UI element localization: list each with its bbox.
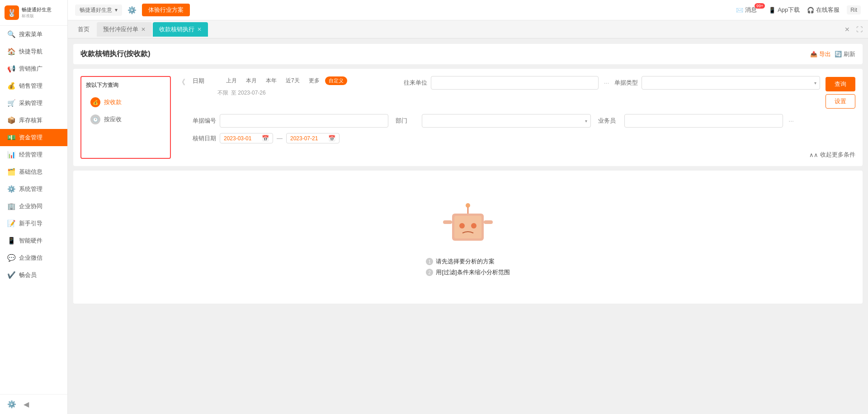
app-download-button[interactable]: 📱 App下载 (769, 6, 800, 14)
dept-select-wrapper: ▾ (422, 114, 591, 128)
calendar-start-icon[interactable]: 📅 (262, 135, 269, 142)
filter-collapse-btn[interactable]: 《 (176, 76, 187, 89)
sidebar-item-marketing[interactable]: 📢 营销推广 (0, 60, 67, 77)
header-brand: 畅捷通好生意 ▾ (75, 5, 122, 16)
tab-close-all-btn[interactable]: ✕ (843, 24, 852, 35)
operation-icon: 📊 (7, 151, 15, 159)
sidebar-item-wechat[interactable]: 💬 企业微信 (0, 249, 67, 266)
content-card: 1 请先选择要分析的方案 2 用[过滤]条件来缩小分析范围 (73, 171, 863, 304)
sidebar-item-operation[interactable]: 📊 经营管理 (0, 146, 67, 163)
sidebar-item-search[interactable]: 🔍 搜索菜单 (0, 26, 67, 43)
date-btn-last-month[interactable]: 上月 (222, 76, 241, 86)
hint-num-1: 1 (426, 258, 433, 265)
date-range-dash: — (277, 135, 283, 142)
writeoff-date-start-input[interactable] (224, 135, 260, 142)
filter-option-by-receivable[interactable]: 🕐 按应收 (86, 111, 165, 128)
doctype-label: 单据类型 (614, 79, 638, 87)
sidebar-item-basic[interactable]: 🗂️ 基础信息 (0, 163, 67, 181)
date-custom-btn[interactable]: 自定义 (325, 76, 347, 85)
filter-row-date: 日期 上月 本月 本年 近7天 更多 自定义 (193, 76, 398, 86)
hint-text-2: 用[过滤]条件来缩小分析范围 (436, 268, 509, 276)
tab-close-receivable[interactable]: ✕ (197, 26, 202, 33)
svg-rect-7 (484, 220, 493, 224)
filter-field-writeoff: 核销日期 📅 — 📅 (193, 133, 855, 143)
sidebar-item-sales[interactable]: 💰 销售管理 (0, 77, 67, 95)
sidebar-settings-btn[interactable]: ⚙️ (7, 400, 16, 409)
filter-option-by-receipt[interactable]: 💰 按收款 (86, 94, 165, 111)
tab-prepay[interactable]: 预付冲应付单 ✕ (97, 22, 152, 37)
sidebar-menu: 🔍 搜索菜单 🏠 快捷导航 📢 营销推广 💰 销售管理 🛒 采购管理 📦 库存核… (0, 26, 67, 394)
purchase-icon: 🛒 (7, 99, 15, 107)
sidebar-item-system[interactable]: ⚙️ 系统管理 (0, 181, 67, 198)
tab-bar: 首页 预付冲应付单 ✕ 收款核销执行 ✕ ✕ ⛶ (68, 20, 868, 38)
empty-hint-2: 2 用[过滤]条件来缩小分析范围 (426, 268, 509, 276)
date-to-label: 至 2023-07-26 (231, 89, 266, 97)
filter-right-area: 日期 上月 本月 本年 近7天 更多 自定义 不限 (193, 76, 855, 159)
system-icon: ⚙️ (7, 185, 15, 193)
svg-point-5 (466, 203, 470, 208)
empty-hints: 1 请先选择要分析的方案 2 用[过滤]条件来缩小分析范围 (426, 257, 509, 276)
sidebar-item-purchase[interactable]: 🛒 采购管理 (0, 95, 67, 112)
salesperson-dots-btn[interactable]: ··· (788, 117, 794, 124)
writeoff-date-start-wrap[interactable]: 📅 (220, 133, 273, 143)
export-button[interactable]: 📤 导出 (810, 50, 831, 58)
header-gear-icon[interactable]: ⚙️ (127, 6, 137, 14)
sidebar-item-finance[interactable]: 💵 资金管理 (0, 129, 67, 146)
collapse-more-btn[interactable]: ∧∧ 收起更多条件 (809, 151, 855, 159)
date-btn-more[interactable]: 更多 (305, 76, 323, 86)
doctype-select[interactable] (642, 76, 820, 90)
writeoff-date-end-wrap[interactable]: 📅 (286, 133, 340, 143)
sidebar-item-member[interactable]: ✔️ 畅会员 (0, 266, 67, 284)
date-btn-7days[interactable]: 近7天 (282, 76, 303, 86)
chevron-up-icon: ∧∧ (809, 152, 818, 158)
counterpart-dots-btn[interactable]: ··· (604, 79, 609, 86)
writeoff-date-end-input[interactable] (290, 135, 326, 142)
filter-row-docno: 单据编号 部门 ▾ 业务员 (193, 114, 855, 128)
sidebar-item-enterprise[interactable]: 🏢 企业协同 (0, 198, 67, 215)
sidebar-item-quick-nav[interactable]: 🏠 快捷导航 (0, 43, 67, 60)
date-btn-this-year[interactable]: 本年 (262, 76, 280, 86)
finance-icon: 💵 (7, 133, 15, 142)
tab-receivable[interactable]: 收款核销执行 ✕ (153, 22, 208, 37)
collapse-more-row: ∧∧ 收起更多条件 (193, 151, 855, 159)
empty-state: 1 请先选择要分析的方案 2 用[过滤]条件来缩小分析范围 (73, 171, 863, 304)
refresh-button[interactable]: 🔄 刷新 (835, 50, 855, 58)
sidebar-item-inventory[interactable]: 📦 库存核算 (0, 112, 67, 129)
svg-rect-1 (454, 216, 481, 238)
counterpart-input[interactable] (431, 76, 599, 90)
sidebar-item-hardware[interactable]: 📱 智能硬件 (0, 232, 67, 249)
app-logo: 🐰 畅捷通好生意 标准版 (0, 0, 67, 26)
writeoff-date-label: 核销日期 (193, 134, 216, 143)
sidebar-item-guide[interactable]: 📝 新手引导 (0, 215, 67, 232)
empty-hint-1: 1 请先选择要分析的方案 (426, 257, 509, 266)
marketing-icon: 📢 (7, 65, 15, 73)
date-btn-this-month[interactable]: 本月 (242, 76, 260, 86)
tab-fullscreen-btn[interactable]: ⛶ (854, 24, 864, 35)
online-service-button[interactable]: 🎧 在线客服 (807, 6, 840, 14)
message-button[interactable]: ✉️ 消息 99+ (736, 6, 761, 14)
setting-button[interactable]: 设置 (826, 94, 855, 109)
hint-text-1: 请先选择要分析的方案 (436, 257, 495, 266)
solution-button[interactable]: 体验行业方案 (142, 4, 190, 16)
salesperson-label: 业务员 (598, 117, 621, 125)
wechat-icon: 💬 (7, 254, 15, 262)
docno-input[interactable] (220, 114, 388, 128)
receivable-icon: 🕐 (90, 114, 100, 124)
calendar-end-icon[interactable]: 📅 (328, 135, 335, 142)
inventory-icon: 📦 (7, 116, 15, 124)
salesperson-input[interactable] (624, 114, 783, 128)
sidebar-collapse-btn[interactable]: ◀ (24, 400, 29, 409)
hardware-icon: 📱 (7, 237, 15, 245)
page-title: 收款核销执行(按收款) (80, 49, 151, 59)
chevron-down-icon[interactable]: ▾ (115, 7, 118, 13)
tab-home[interactable]: 首页 (71, 22, 96, 37)
hint-num-2: 2 (426, 269, 433, 276)
tab-close-prepay[interactable]: ✕ (141, 26, 146, 33)
filter-left-panel: 按以下方查询 💰 按收款 🕐 按应收 (80, 76, 171, 159)
query-button[interactable]: 查询 (826, 77, 855, 91)
headset-icon: 🎧 (807, 7, 814, 14)
doctype-select-wrapper: ▾ (642, 76, 820, 90)
user-info[interactable]: Rit (847, 5, 861, 14)
dept-select[interactable] (422, 114, 591, 128)
message-badge: 99+ (755, 3, 765, 9)
